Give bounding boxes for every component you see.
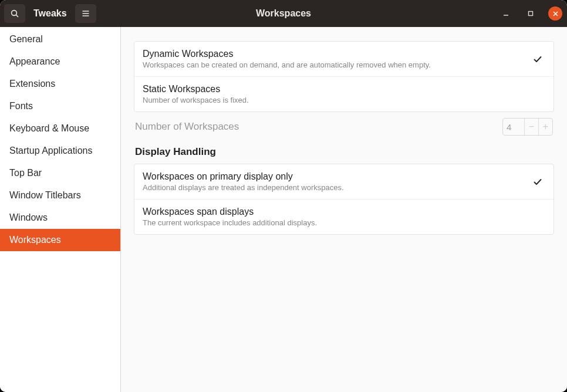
display-handling-group: Workspaces on primary display only Addit… bbox=[134, 164, 554, 235]
sidebar-item-fonts[interactable]: Fonts bbox=[0, 95, 120, 117]
minimize-icon bbox=[502, 10, 509, 17]
close-button[interactable] bbox=[548, 6, 562, 21]
app-title: Tweaks bbox=[33, 8, 67, 19]
option-title: Workspaces span displays bbox=[143, 207, 524, 217]
svg-line-1 bbox=[16, 15, 18, 17]
option-dynamic-workspaces[interactable]: Dynamic Workspaces Workspaces can be cre… bbox=[134, 42, 554, 76]
sidebar-item-extensions[interactable]: Extensions bbox=[0, 73, 120, 95]
display-handling-heading: Display Handling bbox=[135, 146, 554, 158]
sidebar-item-general[interactable]: General bbox=[0, 28, 120, 50]
option-title: Workspaces on primary display only bbox=[143, 171, 524, 182]
titlebar-left: Tweaks bbox=[0, 4, 96, 23]
check-icon bbox=[532, 54, 543, 65]
svg-point-0 bbox=[12, 11, 17, 16]
sidebar-item-startup-applications[interactable]: Startup Applications bbox=[0, 140, 120, 162]
option-subtitle: Additional displays are treated as indep… bbox=[143, 183, 524, 192]
option-subtitle: The current workspace includes additiona… bbox=[143, 218, 524, 227]
increment-button[interactable]: + bbox=[538, 119, 552, 135]
option-primary-display-only[interactable]: Workspaces on primary display only Addit… bbox=[134, 164, 554, 199]
option-title: Static Workspaces bbox=[143, 84, 524, 94]
menu-button[interactable] bbox=[75, 4, 96, 23]
search-button[interactable] bbox=[4, 4, 25, 23]
maximize-icon bbox=[527, 10, 534, 17]
sidebar-item-workspaces[interactable]: Workspaces bbox=[0, 229, 120, 251]
window-controls bbox=[499, 0, 562, 27]
selected-indicator bbox=[531, 177, 544, 187]
titlebar: Tweaks Workspaces bbox=[0, 0, 567, 27]
workspace-mode-group: Dynamic Workspaces Workspaces can be cre… bbox=[134, 41, 554, 112]
close-icon bbox=[552, 11, 559, 17]
sidebar-item-window-titlebars[interactable]: Window Titlebars bbox=[0, 184, 120, 207]
check-icon bbox=[532, 177, 543, 187]
number-of-workspaces-label: Number of Workspaces bbox=[135, 121, 502, 133]
sidebar-item-keyboard-mouse[interactable]: Keyboard & Mouse bbox=[0, 117, 120, 140]
sidebar-item-top-bar[interactable]: Top Bar bbox=[0, 162, 120, 184]
window: Tweaks Workspaces GeneralAppearanceExten… bbox=[0, 0, 567, 392]
hamburger-icon bbox=[81, 9, 90, 18]
option-subtitle: Number of workspaces is fixed. bbox=[143, 96, 524, 104]
workspaces-count-input[interactable] bbox=[503, 119, 524, 135]
body: GeneralAppearanceExtensionsFontsKeyboard… bbox=[0, 27, 567, 392]
maximize-button[interactable] bbox=[524, 6, 538, 21]
sidebar: GeneralAppearanceExtensionsFontsKeyboard… bbox=[0, 27, 121, 392]
sidebar-item-appearance[interactable]: Appearance bbox=[0, 50, 120, 73]
search-icon bbox=[10, 9, 19, 18]
decrement-button[interactable]: − bbox=[524, 119, 538, 135]
option-subtitle: Workspaces can be created on demand, and… bbox=[143, 60, 524, 69]
content: Dynamic Workspaces Workspaces can be cre… bbox=[121, 27, 567, 392]
minimize-button[interactable] bbox=[499, 6, 513, 21]
selected-indicator bbox=[531, 54, 544, 65]
svg-rect-6 bbox=[529, 12, 533, 16]
workspaces-count-spinner: − + bbox=[502, 118, 553, 136]
option-static-workspaces[interactable]: Static Workspaces Number of workspaces i… bbox=[134, 76, 554, 111]
number-of-workspaces-row: Number of Workspaces − + bbox=[135, 118, 553, 136]
option-span-displays[interactable]: Workspaces span displays The current wor… bbox=[134, 199, 554, 234]
option-title: Dynamic Workspaces bbox=[143, 49, 524, 59]
sidebar-item-windows[interactable]: Windows bbox=[0, 207, 120, 229]
